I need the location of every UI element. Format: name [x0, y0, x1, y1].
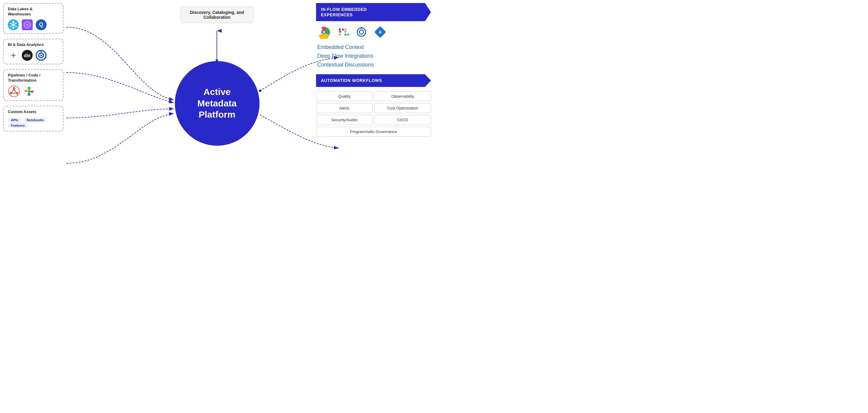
auto-governance: Programmatic Governance	[316, 127, 431, 137]
embedded-links: Embedded Context Deep Flow Integrations …	[316, 44, 431, 68]
pipelines-icons	[8, 85, 59, 97]
contextual-discussions-link[interactable]: Contextual Discussions	[317, 62, 431, 68]
source-box-custom: Custom Assets APIs Notebooks Features	[3, 106, 63, 131]
center-circle: Active Metadata Platform	[175, 61, 259, 146]
top-center-box: Discovery, Cataloging, andCollaboration	[181, 7, 253, 23]
automation-banner-text: AUTOMATION WORKFLOWS	[321, 78, 382, 83]
automation-grid: Quality Observability Alerts Cost Optimi…	[316, 91, 431, 137]
svg-text:Q: Q	[39, 22, 43, 28]
svg-rect-43	[339, 31, 341, 33]
center-line3: Platform	[199, 109, 236, 120]
chrome-icon	[317, 25, 331, 40]
svg-point-30	[13, 87, 15, 90]
pinwheel-icon	[23, 85, 35, 97]
data-lakes-title: Data Lakes &Warehouses	[8, 7, 59, 17]
auto-security: Security/Audits	[316, 115, 373, 125]
center-circle-text: Active Metadata Platform	[197, 86, 237, 120]
svg-rect-50	[344, 34, 347, 36]
tag-notebooks: Notebooks	[24, 118, 47, 122]
center-line2: Metadata	[197, 98, 237, 108]
embedded-banner-text: IN-FLOW EMBEDDEDEXPERIENCES	[321, 7, 367, 17]
custom-tags: APIs Notebooks Features	[8, 117, 59, 128]
svg-point-4	[259, 90, 261, 92]
svg-rect-44	[342, 28, 344, 31]
svg-rect-42	[336, 25, 349, 39]
airflow-icon	[8, 85, 20, 97]
bi-title: BI & Data Analytics	[8, 42, 59, 47]
jira-cycle-icon	[355, 25, 368, 40]
auto-alerts: Alerts	[316, 103, 373, 113]
auto-cicd: CI/CD	[374, 115, 431, 125]
data-lakes-icons: Q	[8, 19, 59, 30]
svg-rect-49	[339, 28, 341, 31]
center-line1: Active	[203, 87, 230, 97]
bi-icons: ✦ dbt	[8, 50, 59, 61]
looker-icon: ✦	[8, 50, 19, 61]
svg-point-41	[323, 31, 325, 33]
dbt-icon: dbt	[22, 50, 33, 61]
svg-point-16	[26, 24, 29, 26]
auto-observability: Observability	[374, 91, 431, 101]
powerbi-icon	[36, 50, 46, 61]
main-container: Discovery, Cataloging, andCollaboration …	[0, 0, 434, 206]
source-box-pipelines: Pipelines / Code /Transformation	[3, 69, 63, 101]
atlan-q-icon: Q	[36, 19, 46, 30]
deep-flow-link[interactable]: Deep Flow Integrations	[317, 53, 431, 59]
automation-banner: AUTOMATION WORKFLOWS	[316, 74, 431, 87]
svg-point-32	[16, 92, 18, 94]
embedded-banner: IN-FLOW EMBEDDEDEXPERIENCES	[316, 3, 431, 21]
embedded-context-link[interactable]: Embedded Context	[317, 44, 431, 51]
app-icons-row: A	[316, 25, 431, 40]
auto-cost: Cost Optimization	[374, 103, 431, 113]
tag-apis: APIs	[8, 118, 21, 122]
right-column: IN-FLOW EMBEDDEDEXPERIENCES	[316, 3, 431, 137]
svg-rect-46	[347, 34, 349, 36]
svg-point-31	[10, 92, 12, 94]
pipelines-title: Pipelines / Code /Transformation	[8, 73, 59, 83]
svg-point-54	[361, 27, 362, 29]
source-box-data-lakes: Data Lakes &Warehouses	[3, 3, 63, 34]
svg-rect-47	[339, 34, 341, 36]
custom-title: Custom Assets	[8, 109, 59, 115]
svg-text:A: A	[379, 30, 382, 34]
snowflake-icon	[8, 19, 19, 30]
svg-rect-45	[344, 31, 346, 33]
svg-rect-48	[344, 28, 347, 31]
auto-quality: Quality	[316, 91, 373, 101]
atlan-diamond-icon: A	[373, 25, 387, 40]
svg-point-27	[40, 55, 42, 56]
tag-features: Features	[8, 123, 28, 128]
slack-icon	[336, 25, 349, 40]
svg-text:dbt: dbt	[24, 53, 31, 58]
top-center-title: Discovery, Cataloging, andCollaboration	[190, 10, 244, 20]
left-column: Data Lakes &Warehouses	[3, 3, 63, 136]
redshift-icon	[22, 19, 33, 30]
source-box-bi: BI & Data Analytics ✦ dbt	[3, 39, 63, 64]
